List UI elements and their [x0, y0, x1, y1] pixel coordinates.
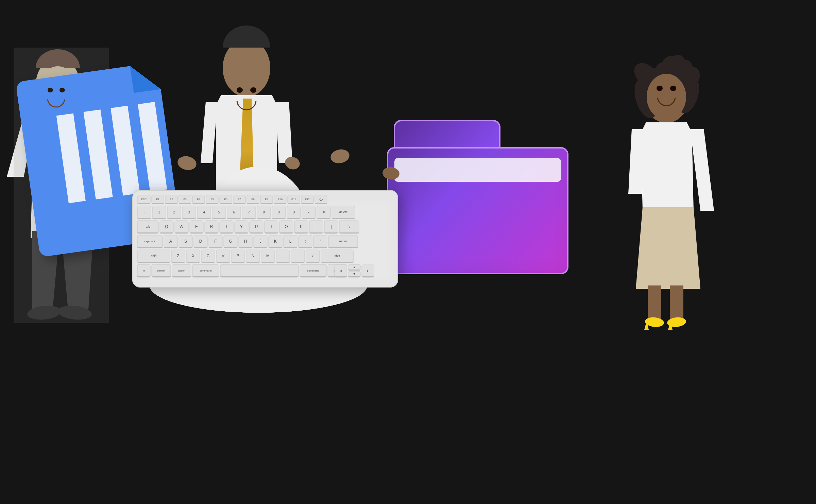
main-scene: [0, 0, 816, 504]
illustration-canvas: [0, 0, 816, 504]
